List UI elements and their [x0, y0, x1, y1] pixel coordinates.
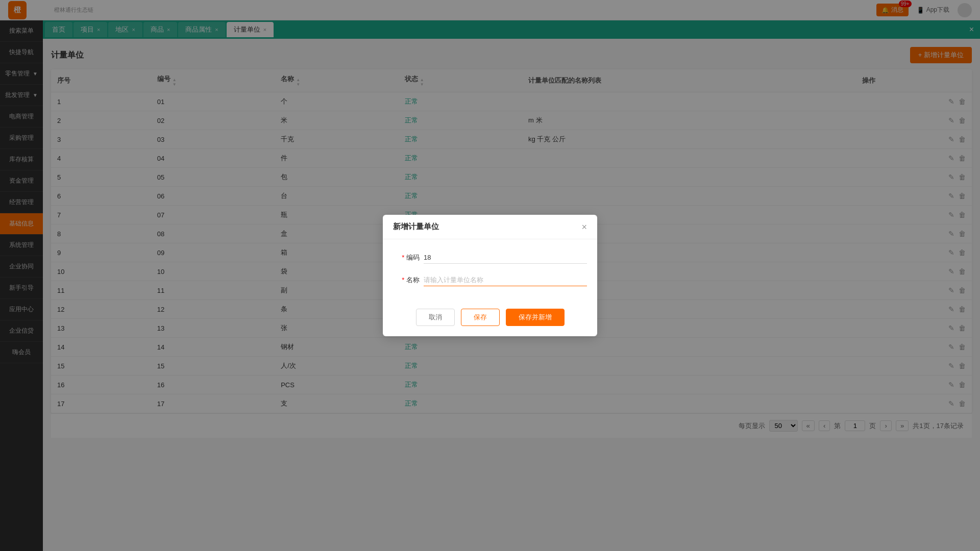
name-field-row: 名称	[393, 274, 587, 286]
modal-close-button[interactable]: ×	[581, 222, 587, 232]
save-button[interactable]: 保存	[461, 309, 500, 326]
save-and-new-button[interactable]: 保存并新增	[506, 309, 565, 326]
code-label: 编码	[393, 253, 424, 262]
modal-header: 新增计量单位 ×	[383, 215, 597, 239]
modal-dialog: 新增计量单位 × 编码 名称 取消 保存 保存并新增	[383, 215, 597, 336]
cancel-button[interactable]: 取消	[416, 309, 455, 326]
name-input[interactable]	[424, 274, 587, 286]
code-input[interactable]	[424, 252, 587, 264]
modal-title: 新增计量单位	[393, 222, 439, 232]
name-label: 名称	[393, 276, 424, 285]
modal-overlay[interactable]: 新增计量单位 × 编码 名称 取消 保存 保存并新增	[0, 0, 980, 551]
modal-footer: 取消 保存 保存并新增	[383, 305, 597, 336]
modal-body: 编码 名称	[383, 239, 597, 305]
code-field-row: 编码	[393, 252, 587, 264]
